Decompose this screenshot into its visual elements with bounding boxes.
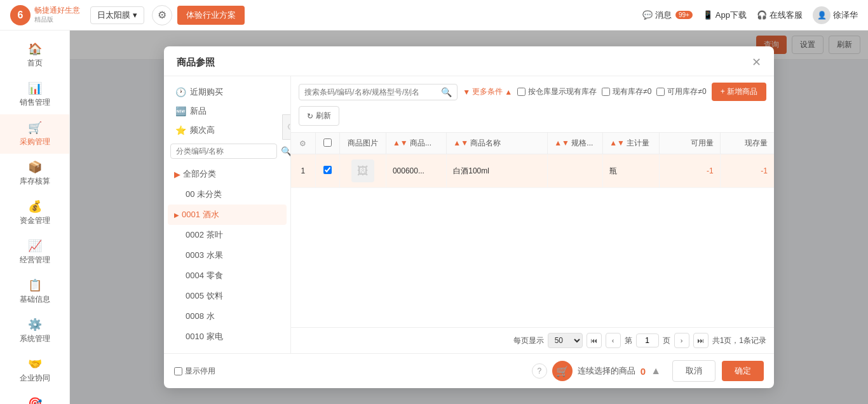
checkbox-available-stock[interactable]: 可用库存≠0 [656, 86, 706, 97]
col-unit-header[interactable]: ▲▼ 主计量 [603, 133, 660, 154]
add-product-btn[interactable]: + 新增商品 [712, 83, 766, 101]
sidebar-item-home-label: 首页 [27, 58, 43, 69]
sidebar-item-sales[interactable]: 📊 销售管理 [0, 75, 69, 114]
table-row[interactable]: 1 🖼 [291, 154, 774, 188]
quick-frequent[interactable]: ⭐ 频次高 [170, 121, 284, 140]
sidebar-item-guide[interactable]: 🎯 新手引导 [0, 390, 69, 404]
sidebar-item-purchase[interactable]: 🛒 采购管理 [0, 114, 69, 154]
checkbox-current-stock[interactable]: 现有库存≠0 [602, 86, 651, 97]
tenant-name: 日太阳膜 [97, 10, 130, 21]
dialog-header: 商品参照 ✕ [164, 46, 774, 76]
search-icon[interactable]: 🔍 [281, 146, 291, 156]
available-stock-checkbox[interactable] [656, 88, 665, 96]
refresh-icon: ↻ [307, 112, 313, 121]
customer-service-btn[interactable]: 🎧 在线客服 [757, 10, 803, 21]
filter-more-btn[interactable]: ▼ 更多条件 ▲ [463, 86, 512, 97]
row-checkbox-cell [315, 154, 339, 188]
category-item-0008[interactable]: 0008 水 [168, 306, 287, 327]
sidebar-item-inventory-label: 库存核算 [20, 176, 50, 187]
page-input[interactable] [636, 333, 659, 347]
next-page-btn[interactable]: › [674, 333, 689, 348]
category-item-0005[interactable]: 0005 饮料 [168, 286, 287, 306]
sidebar-item-home[interactable]: 🏠 首页 [0, 36, 69, 75]
sort-icon: ▲▼ [393, 138, 408, 147]
sidebar-item-operations[interactable]: 📈 经营管理 [0, 232, 69, 272]
first-page-btn[interactable]: ⏮ [587, 333, 602, 348]
page-size-label: 每页显示 [513, 335, 544, 346]
sidebar-item-collab[interactable]: 🤝 企业协同 [0, 351, 69, 390]
help-btn[interactable]: ? [532, 363, 547, 379]
close-icon[interactable]: ✕ [752, 55, 761, 69]
product-panel: 🔍 ▼ 更多条件 ▲ 按仓库显示现有库存 [291, 76, 774, 353]
navbar: 6 畅捷通好生意 精品版 日太阳膜 ▾ ⚙ 体验行业方案 💬 消息 99+ 📱 … [0, 0, 868, 30]
settings-icon[interactable]: ⚙ [152, 5, 172, 25]
row-checkbox[interactable] [323, 166, 332, 174]
category-list: ▶ 全部分类 00 未分类 ▶ 0001 酒水 [164, 164, 290, 347]
product-search-input[interactable] [304, 88, 438, 97]
tenant-selector[interactable]: 日太阳膜 ▾ [90, 6, 144, 24]
sidebar-item-finance[interactable]: 💰 资金管理 [0, 193, 69, 232]
product-image: 🖼 [351, 159, 374, 182]
operations-icon: 📈 [28, 239, 42, 253]
product-table-container: ⚙ 商品图片 [291, 133, 774, 327]
col-spec-header[interactable]: ▲▼ 规格... [548, 133, 603, 154]
sidebar-item-inventory[interactable]: 📦 库存核算 [0, 154, 69, 193]
col-stock-header: 现存量 [720, 133, 774, 154]
sidebar: 🏠 首页 📊 销售管理 🛒 采购管理 📦 库存核算 💰 资金管理 📈 经营管理 … [0, 30, 70, 404]
cart-icon[interactable]: 🛒 [552, 361, 573, 381]
quick-recent[interactable]: 🕐 近期购买 [170, 83, 284, 102]
prev-page-btn[interactable]: ‹ [606, 333, 621, 348]
logo-text: 畅捷通好生意 [34, 6, 80, 15]
col-available-header: 可用量 [660, 133, 720, 154]
refresh-table-btn[interactable]: ↻ 刷新 [299, 106, 339, 126]
show-stock-checkbox[interactable] [517, 88, 526, 96]
col-settings-header: ⚙ [291, 133, 315, 154]
quick-new[interactable]: 🆕 新品 [170, 102, 284, 121]
show-disabled-checkbox[interactable] [174, 367, 182, 375]
col-name-header[interactable]: ▲▼ 商品名称 [447, 133, 548, 154]
selected-label: 连续选择的商品 [578, 365, 635, 377]
category-item-0004[interactable]: 0004 零食 [168, 266, 287, 286]
show-disabled-checkbox-label[interactable]: 显示停用 [174, 366, 215, 377]
messages-btn[interactable]: 💬 消息 99+ [642, 10, 693, 21]
experience-btn[interactable]: 体验行业方案 [177, 6, 245, 25]
layout: 🏠 首页 📊 销售管理 🛒 采购管理 📦 库存核算 💰 资金管理 📈 经营管理 … [0, 30, 868, 404]
filter-icon: ▼ [463, 88, 470, 97]
checkbox-show-stock[interactable]: 按仓库显示现有库存 [517, 86, 597, 97]
app-download-btn[interactable]: 📱 App下载 [703, 10, 747, 21]
current-stock-checkbox[interactable] [602, 88, 610, 96]
category-search: 🔍 [164, 144, 290, 164]
logo-sub: 精品版 [34, 15, 80, 24]
collapse-icon[interactable]: ▲ [651, 365, 661, 377]
product-search-icon[interactable]: 🔍 [441, 87, 452, 97]
sidebar-item-system[interactable]: ⚙️ 系统管理 [0, 311, 69, 351]
category-item-0010[interactable]: 0010 家电 [168, 327, 287, 347]
logo-icon: 6 [10, 5, 31, 25]
category-item-0003[interactable]: 0003 水果 [168, 245, 287, 266]
sidebar-item-sales-label: 销售管理 [20, 97, 50, 108]
category-all[interactable]: ▶ 全部分类 [168, 164, 287, 184]
cancel-btn[interactable]: 取消 [672, 360, 715, 382]
sidebar-item-basics-label: 基础信息 [20, 294, 50, 305]
confirm-btn[interactable]: 确定 [722, 361, 764, 381]
collapse-panel-btn[interactable]: 《 [282, 114, 291, 140]
col-code-header[interactable]: ▲▼ 商品... [386, 133, 446, 154]
col-checkbox-header [315, 133, 339, 154]
last-page-btn[interactable]: ⏭ [693, 333, 709, 348]
sidebar-item-basics[interactable]: 📋 基础信息 [0, 272, 69, 311]
product-toolbar: 🔍 ▼ 更多条件 ▲ 按仓库显示现有库存 [291, 76, 774, 133]
row-img: 🖼 [339, 154, 386, 188]
category-item-0001[interactable]: ▶ 0001 酒水 [168, 205, 287, 225]
page-size-select[interactable]: 10 20 50 100 [548, 333, 583, 348]
select-all-checkbox[interactable] [323, 138, 332, 147]
row-available: -1 [660, 154, 720, 188]
col-settings-icon[interactable]: ⚙ [299, 139, 306, 148]
category-item-0002[interactable]: 0002 茶叶 [168, 225, 287, 245]
user-profile-btn[interactable]: 👤 徐泽华 [813, 6, 858, 24]
category-item-00[interactable]: 00 未分类 [168, 184, 287, 205]
message-badge: 99+ [675, 11, 693, 19]
category-search-input[interactable] [170, 144, 277, 159]
sort-spec-icon: ▲▼ [554, 138, 569, 147]
footer-cart: ? 🛒 连续选择的商品 0 ▲ [532, 361, 661, 381]
row-num: 1 [291, 154, 315, 188]
